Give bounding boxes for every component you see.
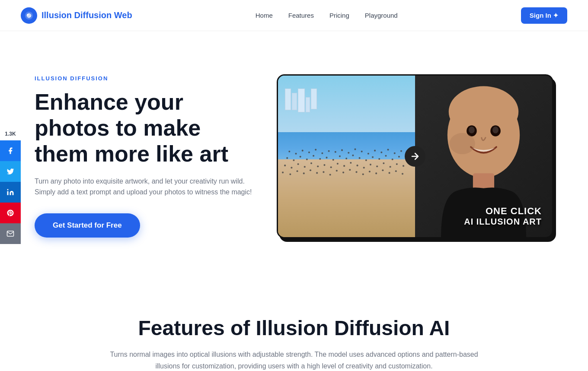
svg-point-82 bbox=[469, 127, 475, 133]
svg-point-74 bbox=[382, 169, 384, 171]
svg-point-40 bbox=[284, 165, 286, 166]
svg-point-33 bbox=[359, 157, 361, 159]
svg-point-51 bbox=[357, 165, 358, 166]
svg-point-48 bbox=[337, 163, 339, 165]
nav-pricing[interactable]: Pricing bbox=[329, 12, 349, 19]
svg-point-14 bbox=[355, 148, 356, 150]
svg-point-54 bbox=[376, 165, 378, 167]
overlay-line2: AI ILLUSION ART bbox=[464, 217, 542, 227]
svg-point-22 bbox=[287, 157, 288, 159]
hero-image-container: ONE CLICK AI ILLUSION ART bbox=[277, 74, 553, 238]
svg-point-73 bbox=[375, 172, 377, 174]
hero-content: ILLUSION DIFFUSION Enhance your photos t… bbox=[35, 75, 259, 238]
svg-point-16 bbox=[368, 152, 369, 154]
linkedin-share-button[interactable] bbox=[0, 182, 21, 203]
hero-image-inner: ONE CLICK AI ILLUSION ART bbox=[278, 76, 552, 237]
social-count: 1.3K bbox=[0, 127, 21, 140]
features-description: Turns normal images into optical illusio… bbox=[99, 349, 489, 371]
svg-point-31 bbox=[345, 157, 347, 159]
twitter-share-button[interactable] bbox=[0, 161, 21, 182]
svg-point-46 bbox=[324, 164, 326, 166]
svg-point-44 bbox=[310, 162, 312, 164]
svg-point-59 bbox=[282, 171, 284, 173]
svg-point-75 bbox=[389, 172, 390, 174]
svg-point-42 bbox=[297, 163, 299, 165]
svg-point-23 bbox=[293, 159, 295, 161]
svg-point-69 bbox=[349, 169, 351, 171]
svg-point-11 bbox=[335, 151, 336, 152]
svg-point-52 bbox=[363, 167, 365, 168]
svg-point-27 bbox=[320, 158, 321, 159]
svg-point-39 bbox=[398, 155, 400, 157]
svg-point-15 bbox=[361, 150, 363, 152]
image-overlay-text: ONE CLICK AI ILLUSION ART bbox=[464, 206, 542, 227]
svg-point-28 bbox=[326, 156, 328, 158]
hero-description: Turn any photo into exquisite artwork, a… bbox=[35, 176, 259, 198]
svg-point-58 bbox=[403, 165, 404, 167]
svg-point-43 bbox=[304, 166, 306, 168]
svg-point-47 bbox=[330, 166, 332, 168]
social-sidebar: 1.3K bbox=[0, 127, 21, 244]
svg-point-5 bbox=[295, 152, 297, 154]
svg-point-66 bbox=[329, 174, 331, 175]
svg-point-18 bbox=[381, 151, 383, 153]
svg-point-77 bbox=[402, 173, 403, 174]
svg-point-32 bbox=[352, 154, 354, 156]
svg-point-8 bbox=[315, 149, 316, 150]
facebook-share-button[interactable] bbox=[0, 140, 21, 161]
transition-arrow bbox=[405, 146, 425, 167]
email-share-button[interactable] bbox=[0, 223, 21, 244]
svg-point-24 bbox=[300, 155, 301, 157]
svg-point-34 bbox=[365, 159, 367, 161]
svg-point-10 bbox=[328, 150, 330, 152]
svg-point-41 bbox=[291, 167, 293, 168]
svg-point-67 bbox=[336, 170, 338, 171]
svg-point-7 bbox=[308, 151, 310, 153]
svg-point-21 bbox=[400, 150, 402, 152]
svg-point-29 bbox=[332, 159, 334, 161]
brand-logo[interactable]: Illusion Diffusion Web bbox=[21, 7, 132, 24]
svg-point-79 bbox=[449, 86, 518, 137]
nav-home[interactable]: Home bbox=[256, 12, 273, 19]
svg-point-36 bbox=[379, 158, 380, 159]
nav-playground[interactable]: Playground bbox=[365, 12, 398, 19]
svg-point-20 bbox=[394, 152, 396, 154]
svg-point-62 bbox=[303, 172, 305, 174]
pinterest-share-button[interactable] bbox=[0, 203, 21, 223]
svg-point-83 bbox=[492, 127, 499, 133]
signin-button[interactable]: Sign In ✦ bbox=[521, 7, 567, 24]
svg-point-57 bbox=[396, 163, 398, 165]
svg-point-19 bbox=[387, 149, 389, 150]
svg-point-85 bbox=[450, 133, 475, 154]
svg-point-45 bbox=[317, 165, 319, 167]
svg-point-9 bbox=[322, 152, 323, 154]
hero-image-area: ONE CLICK AI ILLUSION ART bbox=[277, 74, 553, 238]
svg-point-6 bbox=[302, 149, 304, 151]
svg-point-71 bbox=[362, 173, 364, 175]
svg-point-49 bbox=[343, 165, 345, 167]
hero-section: ILLUSION DIFFUSION Enhance your photos t… bbox=[0, 31, 588, 282]
hero-tag: ILLUSION DIFFUSION bbox=[35, 75, 259, 82]
svg-point-63 bbox=[310, 169, 311, 171]
overlay-line1: ONE CLICK bbox=[464, 206, 542, 217]
cta-button[interactable]: Get Started for Free bbox=[35, 213, 140, 238]
nav-features[interactable]: Features bbox=[288, 12, 314, 19]
svg-point-4 bbox=[289, 150, 291, 152]
svg-point-76 bbox=[395, 170, 397, 172]
svg-point-35 bbox=[372, 156, 374, 158]
svg-point-2 bbox=[29, 16, 31, 17]
svg-point-37 bbox=[385, 155, 387, 156]
svg-point-55 bbox=[383, 162, 385, 164]
nav-links: Home Features Pricing Playground bbox=[256, 12, 398, 19]
svg-point-50 bbox=[350, 162, 352, 164]
svg-point-12 bbox=[341, 149, 343, 151]
svg-point-65 bbox=[323, 171, 325, 173]
svg-point-17 bbox=[374, 149, 376, 151]
svg-point-3 bbox=[7, 189, 9, 190]
svg-point-30 bbox=[339, 155, 341, 157]
svg-point-72 bbox=[369, 171, 371, 172]
svg-point-38 bbox=[392, 159, 393, 160]
svg-point-64 bbox=[316, 172, 318, 174]
navbar: Illusion Diffusion Web Home Features Pri… bbox=[0, 0, 588, 31]
brand-name-text: Illusion Diffusion Web bbox=[42, 10, 132, 20]
